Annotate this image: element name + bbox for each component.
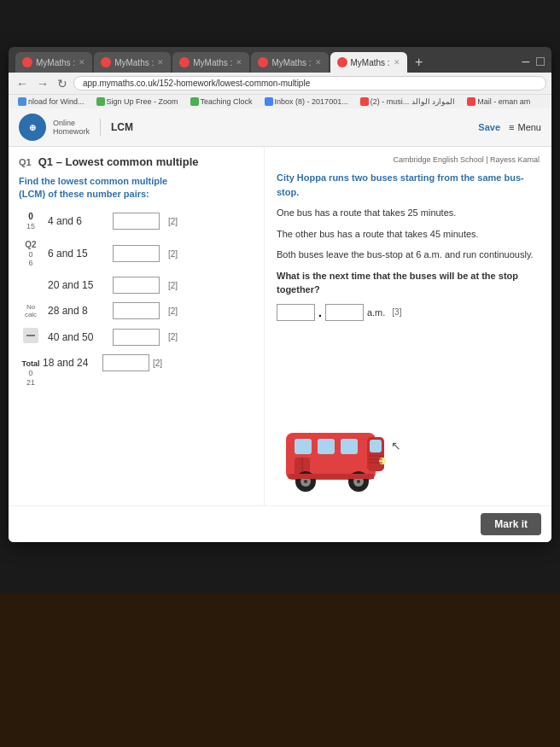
pair-text-6: 18 and 24 <box>43 357 102 369</box>
answer-marks: [3] <box>392 307 401 317</box>
bookmark-4[interactable]: Inbox (8) - 2017001... <box>262 96 351 107</box>
pair-text-2: 6 and 15 <box>48 248 108 260</box>
pair-text-5: 40 and 50 <box>48 331 108 343</box>
reload-button[interactable]: ↻ <box>55 77 70 90</box>
tab-label-3: MyMaths : <box>193 58 232 67</box>
menu-label: Menu <box>517 122 541 132</box>
forward-button[interactable]: → <box>34 77 51 90</box>
tab-close-5[interactable]: ✕ <box>394 58 400 67</box>
mark-it-button[interactable]: Mark it <box>481 513 541 535</box>
marks-1: [2] <box>168 217 178 226</box>
right-panel: Cambridge English School | Rayess Kamal … <box>265 147 551 505</box>
bookmark-label-1: nload for Wind... <box>28 97 85 106</box>
score-total: Total 0 21 <box>19 359 43 387</box>
svg-rect-19 <box>289 474 374 479</box>
bookmark-label-4: Inbox (8) - 2017001... <box>275 97 348 106</box>
score-4: No calc <box>19 303 43 319</box>
q-row-3: 20 and 15 [2] <box>19 277 254 294</box>
q-row-5: 40 and 50 [2] <box>19 328 254 346</box>
bookmark-label-6: Mail - eman am <box>477 97 530 106</box>
q-row-4: No calc 28 and 8 [2] <box>19 302 254 319</box>
bookmark-icon-1 <box>18 97 26 106</box>
minimize-button[interactable]: – <box>522 54 529 69</box>
lcm-label: LCM <box>111 121 133 133</box>
tab-close-4[interactable]: ✕ <box>315 58 322 67</box>
bus-illustration <box>282 420 393 497</box>
answer-input-1[interactable] <box>113 213 160 230</box>
bookmarks-bar: nload for Wind... Sign Up Free - Zoom Te… <box>9 94 551 108</box>
question-area: Q1 Q1 – Lowest common multiple Find the … <box>9 147 551 505</box>
tab-close-2[interactable]: ✕ <box>157 58 164 67</box>
marks-2: [2] <box>168 249 178 259</box>
answer-input-6[interactable] <box>102 354 149 371</box>
bookmark-icon-3 <box>190 97 199 106</box>
svg-rect-7 <box>318 439 335 454</box>
back-button[interactable]: ← <box>14 77 31 90</box>
answer-input-2[interactable] <box>113 245 160 262</box>
answer-input-3[interactable] <box>113 277 160 294</box>
bookmark-3[interactable]: Teaching Clock <box>188 96 255 107</box>
maximize-button[interactable]: □ <box>536 54 545 69</box>
header-right: Save ≡ Menu <box>478 122 541 132</box>
tab-label-1: MyMaths : <box>36 58 75 67</box>
address-bar-row: ← → ↻ <box>9 73 551 94</box>
bookmark-6[interactable]: Mail - eman am <box>464 96 533 107</box>
q-instruction: Find the lowest common multiple(LCM) of … <box>19 175 254 201</box>
time-answer-input-1[interactable] <box>277 304 315 321</box>
new-tab-button[interactable]: + <box>409 52 429 73</box>
svg-rect-6 <box>295 439 312 454</box>
tab-favicon-1 <box>22 57 32 67</box>
svg-rect-9 <box>370 440 382 452</box>
q1-title: Q1 – Lowest common multiple <box>38 155 199 168</box>
bookmark-1[interactable]: nload for Wind... <box>15 96 87 107</box>
answer-input-5[interactable] <box>113 329 160 346</box>
story-p2: The other bus has a route that takes 45 … <box>277 227 540 242</box>
marks-5: [2] <box>168 332 178 341</box>
bookmark-icon-2 <box>96 97 105 106</box>
menu-button[interactable]: ≡ Menu <box>509 122 541 132</box>
tabs-bar: MyMaths : ✕ MyMaths : ✕ MyMaths : ✕ MyMa… <box>15 52 545 73</box>
svg-point-18 <box>357 480 360 483</box>
bookmark-5[interactable]: (2) - musi... الموارد الوالد <box>358 96 458 107</box>
bookmark-label-5: (2) - musi... الموارد الوالد <box>370 97 456 106</box>
dot-separator: . <box>318 306 322 319</box>
tab-1[interactable]: MyMaths : ✕ <box>15 52 92 73</box>
time-answer-input-2[interactable] <box>325 304 364 321</box>
tab-2[interactable]: MyMaths : ✕ <box>94 52 171 73</box>
marks-3-label: [2] <box>168 281 178 290</box>
answer-input-4[interactable] <box>113 302 160 319</box>
am-label: a.m. <box>367 307 385 318</box>
tab-close-1[interactable]: ✕ <box>79 58 85 67</box>
svg-point-12 <box>379 458 386 464</box>
marks-4: [2] <box>168 306 178 316</box>
tab-3[interactable]: MyMaths : ✕ <box>172 52 249 73</box>
tab-4[interactable]: MyMaths : ✕ <box>251 52 328 73</box>
tab-favicon-4 <box>258 57 268 67</box>
mymaths-header: ⊕ Online Homework LCM Save ≡ Menu <box>9 108 551 147</box>
story-p3: Both buses leave the bus-stop at 6 a.m. … <box>277 248 540 262</box>
story-title: City Hoppa runs two buses starting from … <box>277 171 540 199</box>
browser-chrome: MyMaths : ✕ MyMaths : ✕ MyMaths : ✕ MyMa… <box>9 47 551 73</box>
save-button[interactable]: Save <box>478 122 500 132</box>
bookmark-icon-6 <box>467 97 475 106</box>
header-divider <box>100 119 101 136</box>
left-panel: Q1 Q1 – Lowest common multiple Find the … <box>9 147 265 505</box>
q-row-1: 0 15 4 and 6 [2] <box>19 212 254 231</box>
pair-text-1: 4 and 6 <box>48 215 108 227</box>
tab-label-5: MyMaths : <box>351 58 390 67</box>
tab-favicon-3 <box>179 57 190 67</box>
svg-point-15 <box>304 480 307 483</box>
tab-5[interactable]: MyMaths : ✕ <box>330 52 407 73</box>
answer-row: . a.m. [3] <box>277 304 540 321</box>
bookmark-2[interactable]: Sign Up Free - Zoom <box>94 96 181 107</box>
bookmark-label-3: Teaching Clock <box>201 97 253 106</box>
school-info: Cambridge English School | Rayess Kamal <box>277 155 540 164</box>
svg-text:⊕: ⊕ <box>29 123 36 132</box>
mymaths-logo: ⊕ <box>19 114 46 141</box>
address-input[interactable] <box>73 76 546 90</box>
bookmark-icon-4 <box>265 97 273 106</box>
tab-label-2: MyMaths : <box>114 58 154 67</box>
online-label: Online Homework <box>53 119 90 136</box>
tab-close-3[interactable]: ✕ <box>236 58 242 67</box>
score-5 <box>19 328 43 346</box>
